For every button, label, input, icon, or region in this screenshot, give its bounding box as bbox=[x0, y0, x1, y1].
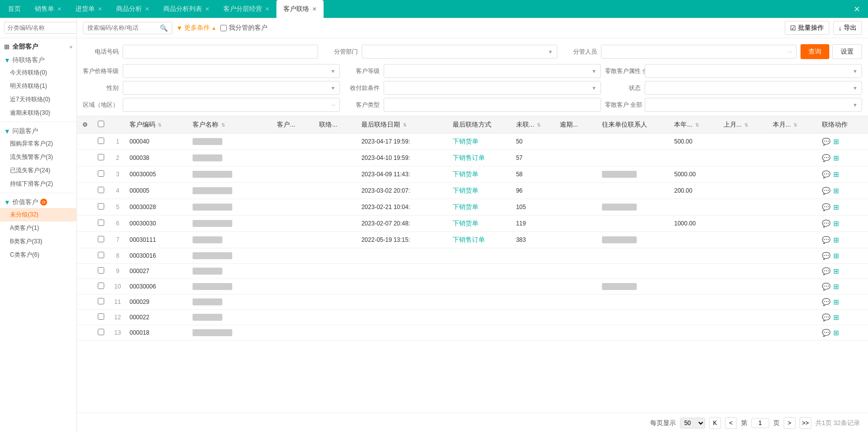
row-checkbox[interactable] bbox=[98, 236, 104, 242]
row-check[interactable] bbox=[93, 150, 109, 166]
grid-action-icon[interactable]: ⊞ bbox=[833, 203, 839, 211]
cust-level-select[interactable]: ▼ bbox=[384, 64, 601, 78]
tab-sales-close[interactable]: ✕ bbox=[57, 6, 62, 12]
row-checkbox[interactable] bbox=[98, 267, 104, 274]
chat-icon[interactable]: 💬 bbox=[822, 154, 830, 162]
row-check[interactable] bbox=[93, 134, 109, 150]
next-page-btn[interactable]: > bbox=[784, 417, 796, 429]
chat-icon[interactable]: 💬 bbox=[822, 298, 830, 306]
close-all-tabs[interactable]: ✕ bbox=[850, 4, 864, 14]
lastway-link[interactable]: 下销货单 bbox=[453, 219, 478, 227]
grid-action-icon[interactable]: ⊞ bbox=[833, 267, 839, 275]
row-checkbox[interactable] bbox=[98, 313, 104, 320]
sidebar-abnormal[interactable]: 囤购异常客户(2) bbox=[0, 137, 76, 150]
row-lastway[interactable]: 下销货单 bbox=[450, 134, 513, 150]
more-conditions-btn[interactable]: ▼ 更多条件 ▲ bbox=[176, 23, 216, 32]
grid-action-icon[interactable]: ⊞ bbox=[833, 154, 839, 162]
row-checkbox[interactable] bbox=[98, 329, 104, 335]
page-input[interactable] bbox=[751, 418, 769, 428]
sidebar-churn-warning[interactable]: 流失预警客户(3) bbox=[0, 150, 76, 164]
all-customers-header[interactable]: ⊞ 全部客户 « bbox=[0, 38, 76, 53]
row-checkbox[interactable] bbox=[98, 170, 104, 177]
lastway-link[interactable]: 下销售订单 bbox=[453, 154, 485, 161]
sidebar-7day-pending[interactable]: 近7天待联络(0) bbox=[0, 93, 76, 106]
sidebar-today-pending[interactable]: 今天待联络(0) bbox=[0, 66, 76, 79]
sidebar-declining[interactable]: 持续下滑客户(2) bbox=[0, 177, 76, 191]
tab-cust-contact-close[interactable]: ✕ bbox=[312, 6, 317, 12]
grid-action-icon[interactable]: ⊞ bbox=[833, 236, 839, 244]
my-customers-check[interactable] bbox=[220, 25, 227, 31]
grid-action-icon[interactable]: ⊞ bbox=[833, 252, 839, 260]
tab-sales[interactable]: 销售单 ✕ bbox=[28, 0, 68, 18]
retail-attr-select[interactable]: ▼ bbox=[645, 64, 862, 78]
row-check[interactable] bbox=[93, 232, 109, 248]
tab-home[interactable]: 首页 bbox=[4, 0, 28, 18]
grid-action-icon[interactable]: ⊞ bbox=[833, 219, 839, 227]
group-pending-label[interactable]: ▼ 待联络客户 bbox=[0, 53, 76, 66]
row-check[interactable] bbox=[93, 294, 109, 310]
grid-action-icon[interactable]: ⊞ bbox=[833, 298, 839, 306]
row-checkbox[interactable] bbox=[98, 252, 104, 258]
row-checkbox[interactable] bbox=[98, 219, 104, 226]
tab-purchase[interactable]: 进货单 ✕ bbox=[68, 0, 109, 18]
batch-op-button[interactable]: ☑ 批量操作 bbox=[785, 21, 829, 35]
chat-icon[interactable]: 💬 bbox=[822, 236, 830, 244]
chat-icon[interactable]: 💬 bbox=[822, 252, 830, 260]
page-size-select[interactable]: 50 100 200 bbox=[680, 418, 705, 429]
group-problem-label[interactable]: ▼ 问题客户 bbox=[0, 124, 76, 137]
row-checkbox[interactable] bbox=[98, 283, 104, 289]
col-thisyear-header[interactable]: 本年... ⇅ bbox=[671, 116, 720, 134]
export-button[interactable]: ↓ 导出 bbox=[833, 21, 863, 35]
retail-select[interactable]: ▼ bbox=[645, 98, 862, 112]
chat-icon[interactable]: 💬 bbox=[822, 203, 830, 211]
grid-action-icon[interactable]: ⊞ bbox=[833, 283, 839, 290]
grid-action-icon[interactable]: ⊞ bbox=[833, 170, 839, 178]
sidebar-overdue-pending[interactable]: 逾期未联络(30) bbox=[0, 106, 76, 120]
last-page-btn[interactable]: >> bbox=[800, 417, 811, 429]
sidebar-lost[interactable]: 已流失客户(24) bbox=[0, 164, 76, 177]
lastway-link[interactable]: 下销货单 bbox=[453, 170, 478, 178]
chat-icon[interactable]: 💬 bbox=[822, 138, 830, 145]
tab-cust-tier[interactable]: 客户分层经营 ✕ bbox=[216, 0, 276, 18]
row-check[interactable] bbox=[93, 199, 109, 216]
chat-icon[interactable]: 💬 bbox=[822, 170, 830, 178]
row-lastway[interactable] bbox=[450, 325, 513, 341]
person-select[interactable]: ··· bbox=[601, 45, 797, 59]
tab-cust-tier-close[interactable]: ✕ bbox=[265, 6, 269, 12]
col-nocontact-header[interactable]: 未联... ⇅ bbox=[513, 116, 557, 134]
row-lastway[interactable]: 下销货单 bbox=[450, 183, 513, 199]
sidebar-class-b[interactable]: B类客户(33) bbox=[0, 235, 76, 248]
col-lastdate-header[interactable]: 最后联络日期 ⇅ bbox=[358, 116, 450, 134]
tab-analysis-close[interactable]: ✕ bbox=[145, 6, 149, 12]
cust-type-select[interactable] bbox=[384, 98, 601, 112]
chat-icon[interactable]: 💬 bbox=[822, 313, 830, 321]
row-checkbox[interactable] bbox=[98, 298, 104, 304]
grid-action-icon[interactable]: ⊞ bbox=[833, 187, 839, 195]
row-checkbox[interactable] bbox=[98, 154, 104, 160]
sidebar-search-input[interactable] bbox=[4, 22, 77, 34]
col-lastmonth-header[interactable]: 上月... ⇅ bbox=[721, 116, 770, 134]
col-code-header[interactable]: 客户编码 ⇅ bbox=[127, 116, 190, 134]
chat-icon[interactable]: 💬 bbox=[822, 267, 830, 275]
col-check-all[interactable] bbox=[93, 116, 109, 134]
row-lastway[interactable] bbox=[450, 264, 513, 279]
row-check[interactable] bbox=[93, 264, 109, 279]
col-lastway-header[interactable]: 最后联络方式 bbox=[450, 116, 513, 134]
row-check[interactable] bbox=[93, 279, 109, 294]
check-all[interactable] bbox=[98, 121, 104, 127]
tab-cust-contact[interactable]: 客户联络 ✕ bbox=[276, 0, 324, 18]
row-lastway[interactable]: 下销售订单 bbox=[450, 232, 513, 248]
dept-select[interactable]: ▼ bbox=[362, 45, 557, 59]
lastway-link[interactable]: 下销货单 bbox=[453, 187, 478, 194]
group-value-label[interactable]: ▼ 价值客户 ⟳ bbox=[0, 195, 76, 208]
chat-icon[interactable]: 💬 bbox=[822, 283, 830, 290]
row-check[interactable] bbox=[93, 310, 109, 325]
my-customers-checkbox[interactable]: 我分管的客户 bbox=[220, 23, 267, 32]
phone-input[interactable] bbox=[123, 45, 318, 59]
prev-page-btn[interactable]: < bbox=[725, 417, 737, 429]
lastway-link[interactable]: 下销货单 bbox=[453, 138, 478, 145]
tab-analysis-list-close[interactable]: ✕ bbox=[205, 6, 209, 12]
chat-icon[interactable]: 💬 bbox=[822, 187, 830, 195]
tab-analysis-list[interactable]: 商品分析列表 ✕ bbox=[156, 0, 216, 18]
col-contact-header[interactable]: 联络... bbox=[316, 116, 358, 134]
